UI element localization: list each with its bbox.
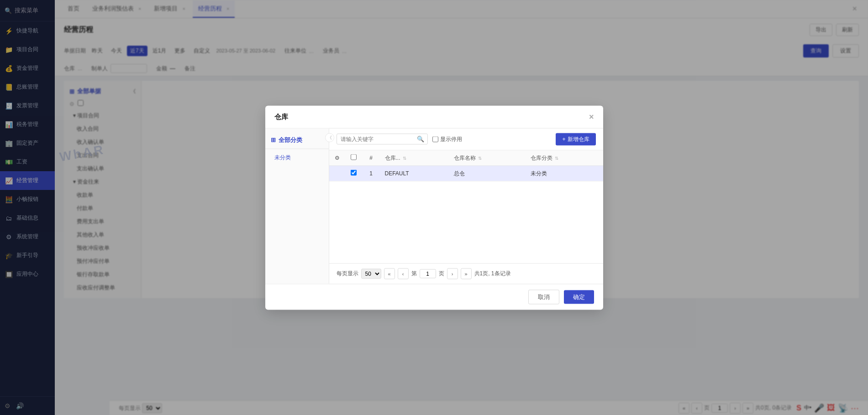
modal-last-page-btn[interactable]: »	[461, 268, 472, 279]
confirm-button[interactable]: 确定	[564, 290, 594, 304]
table-header-row: ⚙ # 仓库... ⇅ 仓库名称	[329, 150, 603, 166]
th-checkbox	[346, 150, 362, 166]
table-head: ⚙ # 仓库... ⇅ 仓库名称	[329, 150, 603, 166]
search-wrapper: 🔍	[337, 134, 428, 145]
th-code-label: 仓库...	[385, 154, 400, 161]
modal-right-panel: 🔍 显示停用 + 新增仓库 ⚙	[329, 128, 603, 284]
th-category-label: 仓库分类	[531, 154, 552, 161]
modal-footer: 取消 确定	[265, 284, 603, 310]
modal-all-category[interactable]: ⊞ 全部分类	[265, 133, 329, 147]
show-disabled-checkbox[interactable]	[432, 136, 438, 142]
modal-page-label: 页	[439, 270, 444, 278]
warehouse-modal: 仓库 × ⊞ 全部分类 《 未分类 🔍	[265, 105, 603, 310]
page-size-label: 每页显示	[337, 270, 358, 278]
search-icon-btn[interactable]: 🔍	[417, 136, 424, 142]
modal-header: 仓库 ×	[265, 105, 603, 128]
warehouse-search-input[interactable]	[337, 134, 428, 145]
sort-code-icon[interactable]: ⇅	[403, 155, 406, 160]
sort-name-icon[interactable]: ⇅	[478, 155, 482, 160]
add-icon: +	[562, 136, 565, 142]
th-category: 仓库分类 ⇅	[526, 150, 603, 166]
td-settings	[329, 166, 346, 181]
warehouse-table: ⚙ # 仓库... ⇅ 仓库名称	[329, 150, 603, 181]
row-checkbox-1[interactable]	[351, 170, 357, 176]
td-code: DEFAULT	[380, 166, 449, 181]
td-name: 总仓	[449, 166, 526, 181]
modal-next-page-btn[interactable]: ›	[447, 268, 458, 279]
show-disabled-checkbox-label[interactable]: 显示停用	[432, 135, 462, 143]
uncategorized-label: 未分类	[274, 154, 291, 160]
modal-toolbar: 🔍 显示停用 + 新增仓库	[329, 128, 603, 150]
td-category: 未分类	[526, 166, 603, 181]
add-warehouse-button[interactable]: + 新增仓库	[556, 133, 595, 145]
th-code: 仓库... ⇅	[380, 150, 449, 166]
modal-first-page-btn[interactable]: «	[384, 268, 395, 279]
th-name-label: 仓库名称	[454, 154, 476, 161]
all-category-label: 全部分类	[279, 136, 302, 144]
modal-body: ⊞ 全部分类 《 未分类 🔍 显示停用 +	[265, 128, 603, 284]
th-num: #	[362, 150, 380, 166]
modal-page-input[interactable]	[420, 269, 436, 278]
modal-left-panel: ⊞ 全部分类 《 未分类	[265, 128, 329, 284]
modal-title: 仓库	[274, 112, 288, 121]
modal-uncategorized-item[interactable]: 未分类	[265, 151, 329, 164]
td-checkbox	[346, 166, 362, 181]
modal-table-container: ⚙ # 仓库... ⇅ 仓库名称	[329, 150, 603, 263]
select-all-checkbox[interactable]	[351, 154, 357, 160]
settings-icon-th[interactable]: ⚙	[335, 155, 340, 161]
add-warehouse-label: 新增仓库	[568, 135, 589, 143]
collapse-panel-btn[interactable]: 《	[325, 133, 334, 142]
table-row[interactable]: 1 DEFAULT 总仓 未分类	[329, 166, 603, 181]
cancel-button[interactable]: 取消	[528, 289, 559, 304]
modal-close-button[interactable]: ×	[589, 112, 594, 121]
th-name: 仓库名称 ⇅	[449, 150, 526, 166]
grid-icon-2: ⊞	[271, 137, 276, 143]
modal-total-text: 共1页, 1条记录	[474, 270, 511, 278]
table-body: 1 DEFAULT 总仓 未分类	[329, 166, 603, 181]
td-num: 1	[362, 166, 380, 181]
modal-prev-page-btn[interactable]: ‹	[398, 268, 409, 279]
modal-page-size-select[interactable]: 50	[361, 268, 381, 278]
show-disabled-label: 显示停用	[440, 135, 462, 143]
sort-category-icon[interactable]: ⇅	[555, 155, 558, 160]
modal-pagination: 每页显示 50 « ‹ 第 页 › » 共1页, 1条记录	[329, 263, 603, 284]
modal-page-label-pre: 第	[411, 270, 417, 278]
th-settings: ⚙	[329, 150, 346, 166]
